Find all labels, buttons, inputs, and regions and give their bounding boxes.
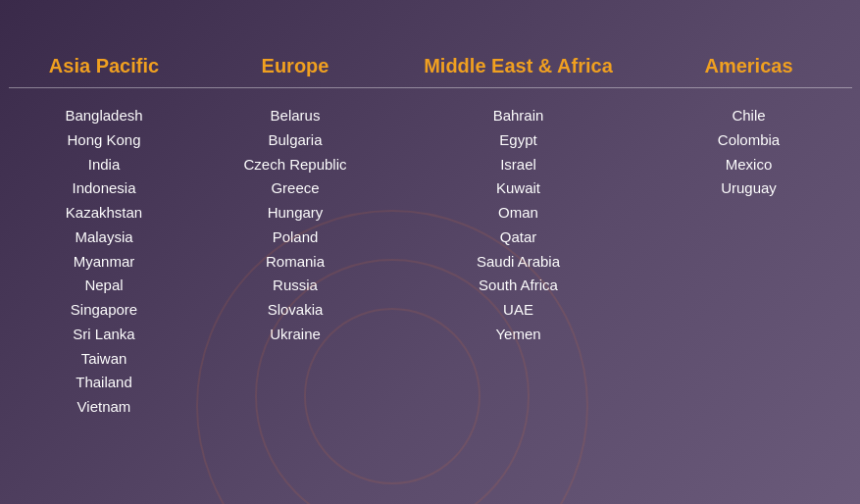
column-americas: ChileColombiaMexicoUruguay — [646, 104, 852, 420]
column-asia-pacific: BangladeshHong KongIndiaIndonesiaKazakhs… — [9, 104, 200, 420]
list-item: Mexico — [726, 153, 773, 177]
list-item: Indonesia — [72, 176, 135, 201]
header-asia-pacific: Asia Pacific — [9, 55, 200, 77]
header-americas: Americas — [646, 55, 852, 77]
list-item: Oman — [498, 201, 538, 226]
list-item: Myanmar — [74, 250, 135, 275]
list-item: Israel — [500, 153, 536, 177]
list-item: Bulgaria — [268, 128, 322, 153]
list-item: Belarus — [271, 104, 321, 128]
list-item: Egypt — [499, 128, 536, 153]
list-item: Bangladesh — [65, 104, 142, 128]
watermark-circle-3 — [304, 308, 481, 484]
list-item: Hungary — [268, 201, 324, 226]
list-item: Kuwait — [496, 176, 540, 201]
header-middle-east-africa: Middle East & Africa — [391, 55, 646, 77]
header-europe: Europe — [200, 55, 391, 77]
list-item: Chile — [732, 104, 765, 128]
list-item: India — [88, 153, 121, 177]
region-headers: Asia Pacific Europe Middle East & Africa… — [9, 55, 852, 88]
list-item: Taiwan — [81, 347, 127, 372]
list-item: Vietnam — [77, 395, 131, 420]
list-item: Nepal — [84, 274, 123, 298]
list-item: Czech Republic — [243, 153, 346, 177]
list-item: Bahrain — [493, 104, 544, 128]
list-item: Thailand — [76, 371, 132, 395]
list-item: Hong Kong — [67, 128, 140, 153]
list-item: Uruguay — [721, 176, 777, 201]
list-item: Colombia — [718, 128, 780, 153]
list-item: Malaysia — [75, 226, 132, 250]
list-item: Sri Lanka — [73, 323, 134, 347]
list-item: Greece — [271, 176, 319, 201]
list-item: Singapore — [71, 298, 137, 323]
list-item: Kazakhstan — [66, 201, 142, 226]
